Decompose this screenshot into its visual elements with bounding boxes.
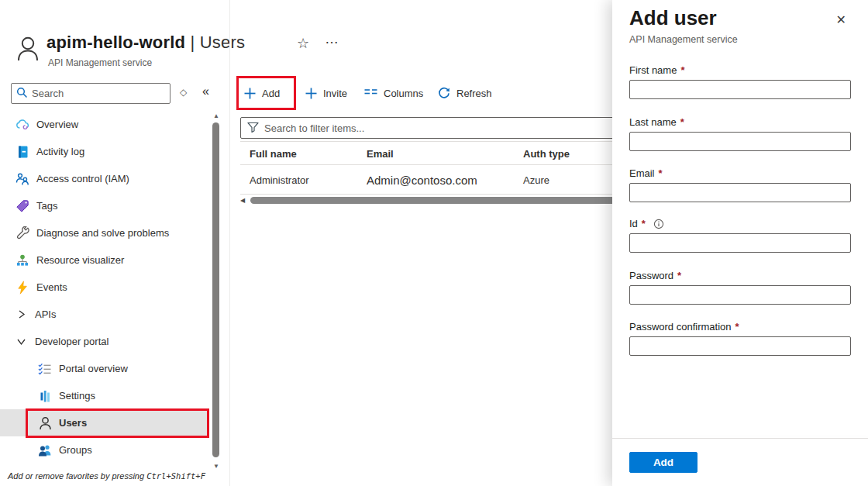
refresh-button-label: Refresh — [456, 88, 492, 99]
sidebar-search-box[interactable] — [11, 83, 170, 104]
pin-menu-icon[interactable]: ◇ — [180, 87, 187, 98]
panel-footer-divider — [612, 438, 868, 439]
id-field: Id * — [629, 217, 851, 253]
filter-search-box[interactable] — [240, 117, 615, 139]
sidebar-item-label: Developer portal — [35, 336, 108, 347]
wrench-icon — [16, 226, 29, 240]
sidebar-item-overview[interactable]: Overview — [0, 111, 209, 138]
groups-icon — [38, 443, 52, 457]
sidebar-item-tags[interactable]: Tags — [0, 192, 209, 219]
refresh-button[interactable]: Refresh — [438, 82, 492, 104]
person-icon — [38, 416, 52, 430]
last-name-input[interactable] — [629, 132, 851, 151]
sidebar-nav: Overview Activity log Access control (IA… — [0, 111, 209, 464]
chevron-down-icon — [16, 335, 26, 349]
activity-log-icon — [16, 145, 29, 159]
sidebar-item-portal-overview[interactable]: Portal overview — [0, 355, 209, 382]
sidebar-scrollbar[interactable]: ▲ ▼ — [211, 112, 222, 470]
submit-add-button[interactable]: Add — [629, 452, 698, 473]
password-confirmation-input[interactable] — [629, 336, 851, 356]
page-name: Users — [200, 33, 245, 52]
sidebar-item-label: Groups — [59, 444, 92, 456]
required-marker: * — [680, 116, 684, 128]
invite-button-label: Invite — [323, 88, 347, 99]
add-button-label: Add — [262, 88, 280, 99]
id-input[interactable] — [629, 233, 851, 253]
email-label: Email — [629, 167, 655, 179]
scroll-down-icon[interactable]: ▼ — [211, 463, 222, 470]
table-row[interactable]: Administrator Admin@contoso.com Azure — [240, 165, 617, 195]
email-field: Email * — [629, 167, 851, 202]
sidebar-item-label: Diagnose and solve problems — [36, 227, 169, 239]
password-input[interactable] — [629, 285, 851, 305]
collapse-sidebar-icon[interactable]: « — [202, 84, 209, 98]
title-divider: | — [185, 33, 200, 52]
favorite-star-icon[interactable]: ☆ — [297, 35, 309, 52]
columns-button-label: Columns — [384, 88, 423, 99]
sidebar-search-input[interactable] — [32, 88, 165, 99]
table-horizontal-scrollbar[interactable]: ◀ — [240, 196, 617, 205]
required-marker: * — [735, 321, 739, 333]
sidebar-item-groups[interactable]: Groups — [0, 436, 209, 464]
more-menu-icon[interactable]: … — [325, 31, 339, 47]
invite-button[interactable]: Invite — [305, 82, 347, 104]
sidebar-item-resource-visualizer[interactable]: Resource visualizer — [0, 246, 209, 274]
sidebar-item-label: Access control (IAM) — [36, 173, 129, 184]
required-marker: * — [677, 270, 681, 281]
sidebar-item-developer-portal[interactable]: Developer portal — [0, 328, 209, 355]
required-marker: * — [659, 167, 663, 179]
required-marker: * — [642, 218, 646, 229]
columns-icon — [364, 88, 377, 98]
sidebar-item-label: Users — [59, 417, 87, 429]
sidebar-item-apis[interactable]: APIs — [0, 301, 209, 328]
column-header-full-name[interactable]: Full name — [250, 147, 297, 159]
password-confirmation-label: Password confirmation — [629, 321, 732, 333]
page-title: apim-hello-world | Users — [46, 33, 245, 53]
overview-cloud-icon — [16, 118, 29, 132]
favorites-hint-keys: Ctrl+Shift+F — [146, 471, 205, 481]
first-name-field: First name * — [629, 64, 851, 99]
add-button[interactable]: Add — [244, 82, 280, 104]
info-icon[interactable] — [653, 219, 664, 229]
last-name-label: Last name — [629, 116, 677, 128]
first-name-label: First name — [629, 64, 677, 76]
sidebar-item-events[interactable]: Events — [0, 274, 209, 301]
lightning-icon — [16, 281, 29, 295]
first-name-input[interactable] — [629, 80, 851, 99]
email-input[interactable] — [629, 183, 851, 202]
sidebar-item-activity-log[interactable]: Activity log — [0, 138, 209, 165]
column-header-auth-type[interactable]: Auth type — [523, 147, 570, 159]
password-label: Password — [629, 270, 673, 281]
sidebar-scrollbar-thumb[interactable] — [212, 122, 219, 457]
sidebar-item-settings[interactable]: Settings — [0, 382, 209, 409]
service-type-label: API Management service — [48, 57, 152, 68]
table-header: Full name Email Auth type — [240, 141, 617, 165]
sidebar-item-label: APIs — [35, 308, 56, 320]
add-user-panel: Add user ✕ API Management service First … — [612, 0, 868, 486]
filter-search-input[interactable] — [264, 122, 608, 134]
sidebar-item-label: Tags — [36, 200, 57, 212]
close-icon[interactable]: ✕ — [836, 12, 846, 27]
scroll-left-icon[interactable]: ◀ — [240, 197, 245, 204]
column-header-email[interactable]: Email — [367, 147, 394, 159]
favorites-hint-text: Add or remove favorites by pressing — [8, 471, 146, 481]
table-scrollbar-thumb[interactable] — [250, 197, 617, 204]
panel-subtitle: API Management service — [629, 34, 738, 45]
resource-avatar-icon — [16, 36, 40, 64]
sidebar-item-diagnose[interactable]: Diagnose and solve problems — [0, 219, 209, 246]
resource-name: apim-hello-world — [46, 33, 185, 52]
plus-icon — [244, 88, 256, 99]
scroll-up-icon[interactable]: ▲ — [211, 112, 222, 119]
required-marker: * — [680, 64, 684, 76]
id-label: Id — [629, 218, 638, 229]
sidebar-item-users[interactable]: Users — [0, 409, 209, 436]
cell-email: Admin@contoso.com — [367, 173, 477, 186]
settings-bars-icon — [38, 389, 52, 403]
cell-full-name: Administrator — [250, 174, 309, 185]
tag-icon — [16, 199, 29, 213]
access-control-icon — [16, 172, 29, 186]
sidebar-item-label: Overview — [36, 119, 78, 130]
sidebar-item-access-control[interactable]: Access control (IAM) — [0, 165, 209, 192]
columns-button[interactable]: Columns — [364, 82, 423, 104]
panel-title: Add user — [629, 6, 717, 30]
